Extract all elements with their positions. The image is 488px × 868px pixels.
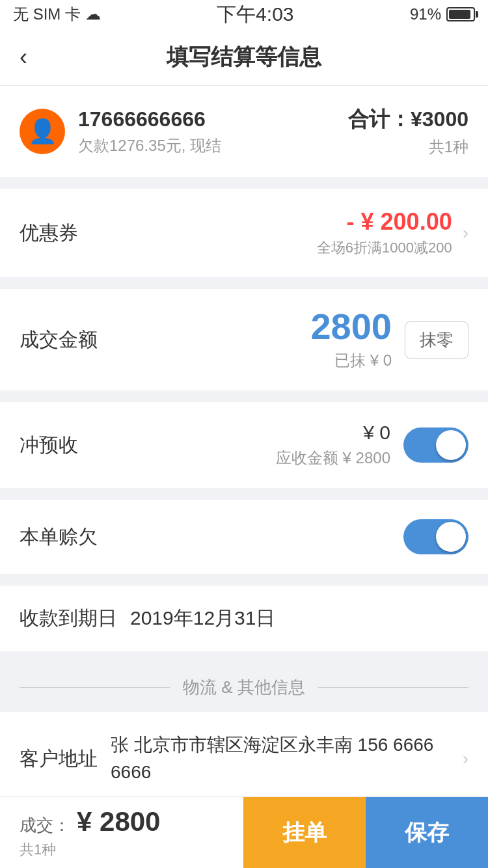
bottom-bar: 成交： ¥ 2800 共1种 挂单 保存 xyxy=(0,796,488,868)
coupon-right: - ¥ 200.00 全场6折满1000减200 › xyxy=(317,208,468,258)
battery-percent: 91% xyxy=(410,5,441,23)
date-section: 收款到期日 2019年12月31日 xyxy=(0,586,488,651)
chong-row: 冲预收 ¥ 0 应收金额 ¥ 2800 xyxy=(20,422,468,468)
address-section[interactable]: 客户地址 张 北京市市辖区海淀区永丰南 156 6666 6666 › xyxy=(0,712,488,806)
content: 👤 17666666666 欠款1276.35元, 现结 合计：¥3000 共1… xyxy=(0,86,488,868)
divider-line-left xyxy=(20,687,170,688)
divider-text: 物流 & 其他信息 xyxy=(183,676,305,699)
round-button[interactable]: 抹零 xyxy=(405,321,468,359)
coupon-row[interactable]: 优惠券 - ¥ 200.00 全场6折满1000减200 › xyxy=(0,189,488,277)
divider-section: 物流 & 其他信息 xyxy=(0,663,488,712)
address-value: 张 北京市市辖区海淀区永丰南 156 6666 6666 xyxy=(111,731,463,786)
address-row: 客户地址 张 北京市市辖区海淀区永丰南 156 6666 6666 › xyxy=(20,731,468,786)
summary-top: 成交： ¥ 2800 xyxy=(20,806,224,837)
status-time: 下午4:03 xyxy=(217,1,293,28)
chong-amount-col: ¥ 0 应收金额 ¥ 2800 xyxy=(276,422,390,468)
sheqian-toggle[interactable] xyxy=(403,519,468,554)
chong-sub: 应收金额 ¥ 2800 xyxy=(276,448,390,468)
customer-left: 👤 17666666666 欠款1276.35元, 现结 xyxy=(20,107,221,156)
battery-fill xyxy=(449,10,470,19)
divider-line-right xyxy=(318,687,468,688)
chong-toggle[interactable] xyxy=(403,427,468,463)
customer-debt: 欠款1276.35元, 现结 xyxy=(78,135,221,156)
sheqian-section: 本单赊欠 xyxy=(0,500,488,574)
chong-amount: ¥ 0 xyxy=(276,422,390,444)
amount-col: 2800 已抹 ¥ 0 xyxy=(310,308,392,371)
amount-right: 2800 已抹 ¥ 0 抹零 xyxy=(310,308,468,371)
address-label: 客户地址 xyxy=(20,746,98,772)
customer-info: 17666666666 欠款1276.35元, 现结 xyxy=(78,107,221,156)
chevron-right-icon: › xyxy=(463,223,468,243)
hang-button[interactable]: 挂单 xyxy=(243,797,366,869)
date-label: 收款到期日 xyxy=(20,605,117,632)
coupon-desc: 全场6折满1000减200 xyxy=(317,238,452,258)
summary-label: 成交： xyxy=(20,814,70,837)
amount-label: 成交金额 xyxy=(20,327,98,353)
date-value: 2019年12月31日 xyxy=(130,605,275,632)
bottom-summary: 成交： ¥ 2800 共1种 xyxy=(0,806,243,860)
total-amount: 合计：¥3000 xyxy=(348,105,468,134)
nav-bar: ‹ 填写结算等信息 xyxy=(0,29,488,86)
chong-label: 冲预收 xyxy=(20,432,78,459)
battery-icon xyxy=(446,7,475,21)
back-button[interactable]: ‹ xyxy=(20,44,27,71)
amount-sub: 已抹 ¥ 0 xyxy=(310,350,392,371)
coupon-right-col: - ¥ 200.00 全场6折满1000减200 xyxy=(317,208,452,258)
customer-phone: 17666666666 xyxy=(78,107,221,131)
sheqian-label: 本单赊欠 xyxy=(20,524,98,550)
customer-card: 👤 17666666666 欠款1276.35元, 现结 合计：¥3000 共1… xyxy=(0,86,488,177)
amount-value: 2800 xyxy=(310,308,392,345)
total-count: 共1种 xyxy=(348,137,468,157)
summary-count: 共1种 xyxy=(20,840,224,860)
status-left: 无 SIM 卡 ☁ xyxy=(13,4,101,25)
sheqian-row: 本单赊欠 xyxy=(20,519,468,554)
avatar: 👤 xyxy=(20,109,65,154)
page-title: 填写结算等信息 xyxy=(167,42,321,72)
amount-row: 成交金额 2800 已抹 ¥ 0 抹零 xyxy=(20,308,468,371)
coupon-section: 优惠券 - ¥ 200.00 全场6折满1000减200 › xyxy=(0,189,488,277)
save-button[interactable]: 保存 xyxy=(366,797,488,869)
sheqian-toggle-knob xyxy=(436,522,466,552)
summary-amount: ¥ 2800 xyxy=(77,806,160,837)
amount-section: 成交金额 2800 已抹 ¥ 0 抹零 xyxy=(0,289,488,390)
status-right: 91% xyxy=(410,5,475,23)
date-row: 收款到期日 2019年12月31日 xyxy=(20,605,468,632)
address-chevron-icon: › xyxy=(463,748,468,769)
chong-section: 冲预收 ¥ 0 应收金额 ¥ 2800 xyxy=(0,402,488,488)
chong-right: ¥ 0 应收金额 ¥ 2800 xyxy=(276,422,468,468)
customer-right: 合计：¥3000 共1种 xyxy=(348,105,468,157)
coupon-label: 优惠券 xyxy=(20,220,78,247)
coupon-value: - ¥ 200.00 xyxy=(317,208,452,236)
status-bar: 无 SIM 卡 ☁ 下午4:03 91% xyxy=(0,0,488,29)
toggle-knob xyxy=(436,430,466,460)
sim-label: 无 SIM 卡 ☁ xyxy=(13,4,101,25)
